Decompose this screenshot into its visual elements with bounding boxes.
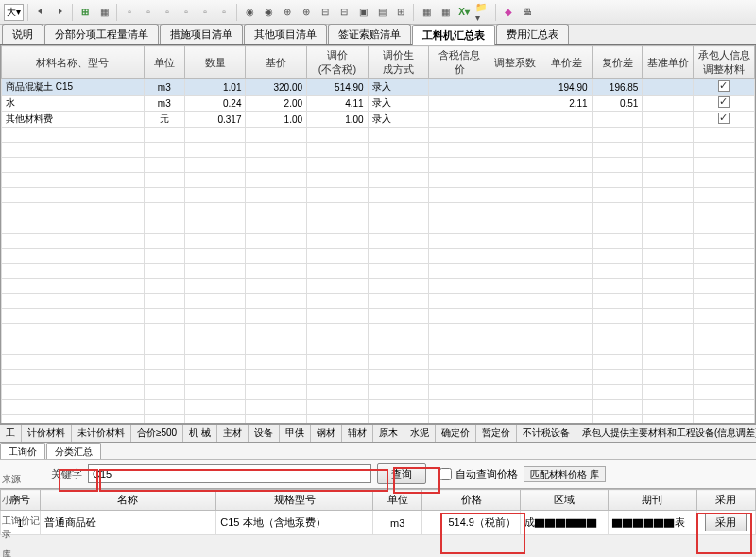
filter-tab[interactable]: 确定价 <box>436 425 476 442</box>
results-grid[interactable]: 序号名称规格型号单位价格区域期刊采用 1普通商品砼C15 本地（含地泵费）m35… <box>0 488 756 535</box>
excel-icon[interactable]: X▾ <box>455 4 472 21</box>
grid-row[interactable]: 水m30.242.004.11录入2.110.51 <box>2 96 755 112</box>
tool-icon-11[interactable]: ⊕ <box>298 4 315 21</box>
grid-header[interactable]: 承包人信息调整材料 <box>694 46 755 79</box>
tool-icon-3[interactable]: ▫ <box>140 4 157 21</box>
grid-row[interactable]: 商品混凝土 C15m31.01320.00514.90录入194.90196.8… <box>2 79 755 96</box>
filter-tab[interactable]: 未计价材料 <box>72 425 131 442</box>
tool-icon-12[interactable]: ⊟ <box>317 4 334 21</box>
results-header[interactable]: 名称 <box>40 490 216 511</box>
filter-tab[interactable]: 机 械 <box>183 425 217 442</box>
filter-tab[interactable]: 不计税设备 <box>517 425 576 442</box>
main-tab[interactable]: 说明 <box>2 24 43 44</box>
tool-icon-10[interactable]: ⊕ <box>279 4 296 21</box>
tool-icon-9[interactable]: ◉ <box>260 4 277 21</box>
material-grid[interactable]: 材料名称、型号单位数量基价调价(不含税)调价生成方式含税信息价调整系数单价差复价… <box>0 45 756 424</box>
adjust-checkbox[interactable] <box>718 96 730 108</box>
main-tab[interactable]: 分部分项工程量清单 <box>44 24 159 44</box>
filter-tab[interactable]: 水泥 <box>404 425 436 442</box>
tool-icon-16[interactable]: ⊞ <box>392 4 409 21</box>
filter-tab[interactable]: 钢材 <box>311 425 342 442</box>
tool-icon-8[interactable]: ◉ <box>241 4 258 21</box>
folder-icon[interactable]: 📁▾ <box>474 4 491 21</box>
main-tab[interactable]: 工料机汇总表 <box>412 25 495 45</box>
keyword-label: 关键字 <box>51 467 82 481</box>
filter-tab[interactable]: 辅材 <box>342 425 373 442</box>
main-tabs: 说明分部分项工程量清单措施项目清单其他项目清单签证索赔清单工料机汇总表费用汇总表 <box>0 25 756 45</box>
grid-header[interactable]: 含税信息价 <box>429 46 490 79</box>
filter-tab[interactable]: 主材 <box>217 425 249 442</box>
main-toolbar: 大▾ ⊞ ▦ ▫ ▫ ▫ ▫ ▫ ▫ ◉ ◉ ⊕ ⊕ ⊟ ⊟ ▣ ▤ ⊞ ▦ ▦… <box>0 0 756 25</box>
tool-icon-1[interactable]: ▦ <box>95 4 112 21</box>
results-header[interactable]: 规格型号 <box>216 490 373 511</box>
grid-header[interactable]: 复价差 <box>592 46 643 79</box>
grid-header[interactable]: 基准单价 <box>643 46 694 79</box>
tool-icon-14[interactable]: ▣ <box>354 4 371 21</box>
grid-header[interactable]: 单价差 <box>541 46 592 79</box>
tool-icon-6[interactable]: ▫ <box>197 4 214 21</box>
filter-tab[interactable]: 合价≥500 <box>131 425 183 442</box>
query-tabs: 工询价分类汇总 <box>0 443 756 460</box>
view-icon-2[interactable]: ▦ <box>437 4 454 21</box>
main-tab[interactable]: 其他项目清单 <box>244 24 327 44</box>
query-button[interactable]: 查询 <box>377 463 426 484</box>
filter-tabs: 工计价材料未计价材料合价≥500机 械主材设备甲供钢材辅材原木水泥确定价暂定价不… <box>0 424 756 443</box>
match-library-button[interactable]: 匹配材料价格 库 <box>524 466 606 482</box>
grid-header[interactable]: 调价生成方式 <box>368 46 429 79</box>
search-bar: 关键字 查询 自动查询价格 匹配材料价格 库 <box>0 460 756 488</box>
query-tab[interactable]: 工询价 <box>0 443 45 459</box>
grid-header[interactable]: 调价(不含税) <box>307 46 369 79</box>
results-header[interactable]: 价格 <box>422 490 521 511</box>
results-header[interactable]: 采用 <box>696 490 755 511</box>
font-size-combo[interactable]: 大▾ <box>4 4 24 21</box>
tool-icon-15[interactable]: ▤ <box>373 4 390 21</box>
results-row[interactable]: 1普通商品砼C15 本地（含地泵费）m3514.9（税前）成▇▇▇▇▇▇▇▇▇▇… <box>1 511 756 535</box>
tool-icon-2[interactable]: ▫ <box>121 4 138 21</box>
tool-icon-7[interactable]: ▫ <box>215 4 232 21</box>
filter-tab[interactable]: 设备 <box>249 425 280 442</box>
grid-header[interactable]: 调整系数 <box>490 46 541 79</box>
results-header[interactable]: 区域 <box>520 490 608 511</box>
net-label: 小网 <box>0 490 45 511</box>
record-label: 工询价记录 <box>0 511 45 545</box>
eraser-icon[interactable]: ◆ <box>500 4 517 21</box>
grid-header[interactable]: 数量 <box>184 46 246 79</box>
auto-query-checkbox[interactable]: 自动查询价格 <box>439 467 518 481</box>
filter-tab[interactable]: 工 <box>0 425 22 442</box>
tool-icon-5[interactable]: ▫ <box>178 4 195 21</box>
grid-header[interactable]: 材料名称、型号 <box>2 46 145 79</box>
filter-tab[interactable]: 暂定价 <box>476 425 517 442</box>
adjust-checkbox[interactable] <box>718 80 730 92</box>
lib-label: 库 <box>0 545 45 557</box>
tool-icon-4[interactable]: ▫ <box>159 4 176 21</box>
printer-icon[interactable]: 🖶 <box>519 4 536 21</box>
filter-tab[interactable]: 甲供 <box>280 425 311 442</box>
grid-row[interactable]: 其他材料费元0.3171.001.00录入 <box>2 112 755 128</box>
query-tab[interactable]: 分类汇总 <box>46 443 101 459</box>
tool-icon-13[interactable]: ⊟ <box>335 4 352 21</box>
main-tab[interactable]: 费用汇总表 <box>496 24 569 44</box>
results-header[interactable]: 期刊 <box>609 490 696 511</box>
undo-button[interactable] <box>32 4 49 21</box>
source-label: 来源 <box>0 469 45 490</box>
filter-tab[interactable]: 计价材料 <box>22 425 72 442</box>
left-panel-labels: 来源 小网 工询价记录 库 <box>0 469 45 557</box>
main-tab[interactable]: 签证索赔清单 <box>328 24 411 44</box>
filter-tab[interactable]: 承包人提供主要材料和工程设备(信息调差) <box>576 425 756 442</box>
adjust-checkbox[interactable] <box>718 113 730 124</box>
view-icon-1[interactable]: ▦ <box>418 4 435 21</box>
filter-tab[interactable]: 原木 <box>373 425 404 442</box>
main-tab[interactable]: 措施项目清单 <box>160 24 243 44</box>
adopt-button[interactable]: 采用 <box>705 513 747 531</box>
keyword-input[interactable] <box>88 464 371 483</box>
redo-button[interactable] <box>51 4 68 21</box>
results-header[interactable]: 单位 <box>373 490 422 511</box>
grid-header[interactable]: 基价 <box>246 46 307 79</box>
grid-header[interactable]: 单位 <box>144 46 184 79</box>
tree-icon[interactable]: ⊞ <box>77 4 94 21</box>
